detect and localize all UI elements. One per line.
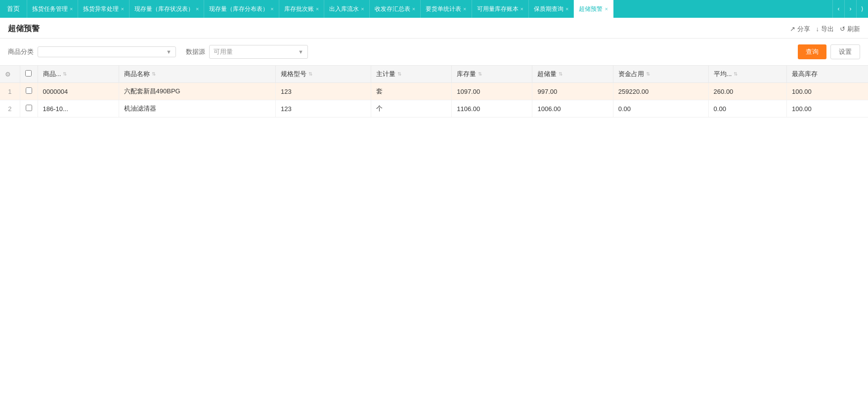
th-unit: 主计量 ⇅ [371,66,451,83]
category-label: 商品分类 [8,47,34,56]
th-capital: 资金占用 ⇅ [613,66,708,83]
th-settings: ⚙ [0,66,20,83]
export-icon: ↓ [816,25,820,33]
row-2-unit: 个 [371,100,451,118]
data-table: ⚙ 商品... ⇅ 商品名称 ⇅ [0,66,868,118]
table-header: ⚙ 商品... ⇅ 商品名称 ⇅ [0,66,868,83]
row-1-overstock: 997.00 [532,83,613,100]
settings-button[interactable]: 设置 [830,44,860,59]
sort-capital-icon[interactable]: ⇅ [646,72,650,77]
row-index-1: 1 [0,83,20,100]
category-filter: 商品分类 ▼ [8,46,176,57]
nav-prev-btn[interactable]: ‹ [832,0,844,18]
column-settings-icon[interactable]: ⚙ [5,71,11,78]
row-index-2: 2 [0,100,20,118]
close-tab-7[interactable]: × [463,6,466,12]
page-container: 超储预警 ↗ 分享 ↓ 导出 ↺ 刷新 商品分类 ▼ 数据源 [0,18,868,395]
datasource-filter: 数据源 可用量 ▼ [186,45,308,59]
select-all-checkbox[interactable] [25,70,32,77]
share-icon: ↗ [790,25,795,33]
row-checkbox-2[interactable] [20,100,38,118]
th-avg: 平均... ⇅ [708,66,786,83]
row-2-goods-code: 186-10... [38,100,119,118]
row-1-max-stock: 100.00 [786,83,868,100]
category-dropdown-icon: ▼ [166,49,172,55]
row-1-goods-code: 0000004 [38,83,119,100]
sort-avg-icon[interactable]: ⇅ [734,72,738,77]
row-1-checkbox[interactable] [26,87,32,94]
sort-overstock-icon[interactable]: ⇅ [559,72,563,77]
table-row: 2 186-10... 机油滤清器 123 个 1106.00 1006.00 … [0,100,868,118]
row-1-spec: 123 [276,83,371,100]
row-1-stock: 1097.00 [452,83,532,100]
row-2-overstock: 1006.00 [532,100,613,118]
page-title: 超储预警 [8,24,40,34]
datasource-select[interactable]: 可用量 ▼ [209,45,308,59]
close-tab-8[interactable]: × [521,6,523,12]
close-tab-0[interactable]: × [70,6,73,12]
close-tab-6[interactable]: × [412,6,415,12]
filter-buttons: 查询 设置 [798,44,860,59]
nav-tab-churukuliushui[interactable]: 出入库流水 × [324,0,369,18]
top-navigation: 首页 拣货任务管理 × 拣货异常处理 × 现存量（库存状况表） × 现存量（库存… [0,0,868,18]
row-2-stock: 1106.00 [452,100,532,118]
sort-spec-icon[interactable]: ⇅ [308,72,312,77]
th-checkbox [20,66,38,83]
nav-home[interactable]: 首页 [0,0,27,18]
nav-arrows: ‹ › ⟩ [832,0,868,18]
sort-stock-icon[interactable]: ⇅ [478,72,482,77]
nav-tab-yaohuodantongjibiao[interactable]: 要货单统计表 × [421,0,472,18]
nav-next-btn[interactable]: › [844,0,856,18]
row-1-goods-name: 六配套新昌490BPG [119,83,276,100]
th-spec: 规格型号 ⇅ [276,66,371,83]
nav-tab-jianhuorenwuguanli[interactable]: 拣货任务管理 × [27,0,78,18]
refresh-icon: ↺ [840,25,845,33]
sort-unit-icon[interactable]: ⇅ [397,72,401,77]
header-actions: ↗ 分享 ↓ 导出 ↺ 刷新 [790,25,861,34]
filter-bar: 商品分类 ▼ 数据源 可用量 ▼ 查询 设置 [0,39,868,66]
export-button[interactable]: ↓ 导出 [816,25,834,34]
row-2-max-stock: 100.00 [786,100,868,118]
close-tab-9[interactable]: × [565,6,568,12]
th-max-stock: 最高库存 [786,66,868,83]
nav-expand-btn[interactable]: ⟩ [856,0,868,18]
th-stock: 库存量 ⇅ [452,66,532,83]
row-1-capital: 259220.00 [613,83,708,100]
nav-tab-chaochuyujing[interactable]: 超储预警 × [574,0,613,18]
close-tab-10[interactable]: × [605,6,608,12]
query-button[interactable]: 查询 [798,44,826,59]
close-tab-4[interactable]: × [316,6,319,12]
nav-tab-keyongliang[interactable]: 可用量库存账本 × [472,0,529,18]
close-tab-1[interactable]: × [121,6,124,12]
row-1-unit: 套 [371,83,451,100]
nav-tab-baozhi[interactable]: 保质期查询 × [529,0,574,18]
nav-tab-jianhuoyichangchuli[interactable]: 拣货异常处理 × [78,0,129,18]
nav-tab-shoufahuizongbiao[interactable]: 收发存汇总表 × [370,0,421,18]
nav-tab-kucunpicizhangh[interactable]: 库存批次账 × [279,0,324,18]
nav-tab-xiancunliang1[interactable]: 现存量（库存状况表） × [130,0,204,18]
close-tab-2[interactable]: × [196,6,199,12]
page-header: 超储预警 ↗ 分享 ↓ 导出 ↺ 刷新 [0,18,868,39]
row-2-spec: 123 [276,100,371,118]
table-row: 1 0000004 六配套新昌490BPG 123 套 1097.00 997.… [0,83,868,100]
row-2-capital: 0.00 [613,100,708,118]
refresh-button[interactable]: ↺ 刷新 [840,25,860,34]
datasource-value: 可用量 [214,47,233,56]
datasource-dropdown-icon: ▼ [298,49,304,55]
th-goods-name: 商品名称 ⇅ [119,66,276,83]
close-tab-5[interactable]: × [361,6,364,12]
table-body: 1 0000004 六配套新昌490BPG 123 套 1097.00 997.… [0,83,868,118]
th-overstock: 超储量 ⇅ [532,66,613,83]
sort-goods-name-icon[interactable]: ⇅ [152,72,156,77]
row-2-checkbox[interactable] [26,105,32,111]
nav-tab-xiancunliang2[interactable]: 现存量（库存分布表） × [204,0,279,18]
share-button[interactable]: ↗ 分享 [790,25,810,34]
row-2-avg: 0.00 [708,100,786,118]
th-goods-code: 商品... ⇅ [38,66,119,83]
table-container: ⚙ 商品... ⇅ 商品名称 ⇅ [0,66,868,118]
category-select[interactable]: ▼ [38,46,176,57]
sort-goods-code-icon[interactable]: ⇅ [63,72,67,77]
row-checkbox-1[interactable] [20,83,38,100]
datasource-label: 数据源 [186,47,205,56]
close-tab-3[interactable]: × [270,6,273,12]
